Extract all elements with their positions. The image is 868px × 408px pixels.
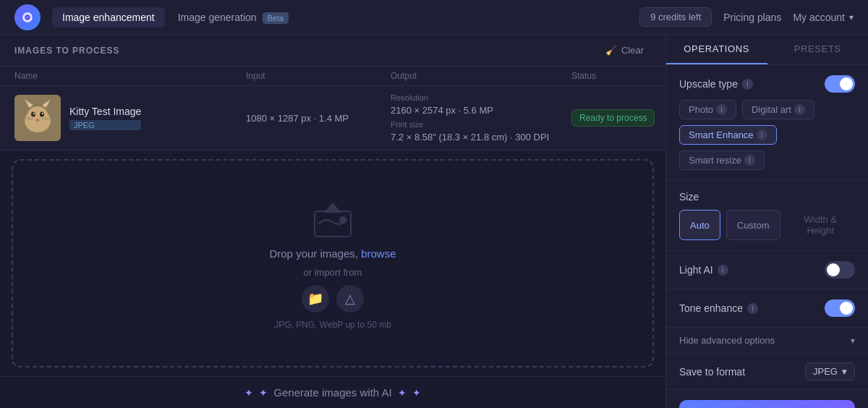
type-smart-resize-button[interactable]: Smart resize i <box>679 150 765 170</box>
file-types-label: JPG, PNG, WebP up to 50 mb <box>274 320 391 330</box>
svg-point-11 <box>33 113 35 114</box>
sparkle-icon-left: ✦ <box>244 387 253 399</box>
account-button[interactable]: My account ▾ <box>793 12 854 23</box>
chevron-down-icon: ▾ <box>849 12 854 22</box>
svg-point-10 <box>40 112 44 117</box>
svg-rect-18 <box>315 211 351 237</box>
clear-button[interactable]: 🧹 Clear <box>598 42 651 59</box>
upscale-type-section: Upscale type i Photo i Digital art i Sma… <box>666 65 868 181</box>
header-tabs: Image enhancement Image generation Beta <box>52 7 299 27</box>
broom-icon: 🧹 <box>605 45 617 56</box>
file-cell: Kitty Test Image JPEG <box>14 95 246 141</box>
col-output: Output <box>391 71 571 81</box>
pricing-link[interactable]: Pricing plans <box>723 12 781 23</box>
col-status: Status <box>571 71 665 81</box>
output-label: Resolution <box>391 93 571 102</box>
drive-icon: △ <box>345 291 355 307</box>
browse-link[interactable]: browse <box>361 247 396 260</box>
tab-presets[interactable]: PRESETS <box>767 35 869 64</box>
size-label: Size <box>679 191 699 203</box>
tab-operations[interactable]: OPERATIONS <box>666 35 767 64</box>
type-digital-art-button[interactable]: Digital art i <box>742 100 814 119</box>
svg-marker-19 <box>324 203 341 213</box>
file-thumbnail <box>14 95 61 141</box>
col-name: Name <box>14 71 246 81</box>
size-section: Size Auto Custom Width & Height <box>666 181 868 251</box>
svg-point-9 <box>31 112 35 117</box>
light-ai-toggle[interactable] <box>825 261 855 279</box>
upscale-type-row: Upscale type i <box>679 75 855 93</box>
output-size-label: Print size <box>391 120 571 129</box>
import-drive-button[interactable]: △ <box>336 285 364 313</box>
upscale-type-label: Upscale type i <box>679 78 753 90</box>
file-info: Kitty Test Image JPEG <box>69 106 141 130</box>
col-input: Input <box>246 71 391 81</box>
upscale-toggle[interactable] <box>825 75 855 93</box>
status-badge: Ready to process <box>571 109 655 127</box>
sparkle-icon-mid: ✦ <box>259 387 268 399</box>
images-bar: IMAGES TO PROCESS 🧹 Clear <box>0 35 665 67</box>
upload-icon <box>311 197 354 240</box>
drop-text: Drop your images, browse <box>269 247 396 260</box>
generate-text: Generate images with AI <box>273 386 391 399</box>
tab-image-generation[interactable]: Image generation Beta <box>168 7 299 27</box>
import-text: or import from <box>304 267 362 278</box>
light-ai-label: Light AI i <box>679 264 728 276</box>
upscale-info-icon[interactable]: i <box>742 79 753 90</box>
import-folder-button[interactable]: 📁 <box>302 285 329 313</box>
tone-enhance-toggle[interactable] <box>825 299 855 317</box>
format-chevron-icon: ▾ <box>842 366 847 377</box>
format-select[interactable]: JPEG ▾ <box>805 362 855 381</box>
svg-point-12 <box>42 113 43 114</box>
photo-info-icon[interactable]: i <box>716 104 727 115</box>
credits-badge: 9 credits left <box>639 7 712 27</box>
size-width-height-button[interactable]: Width & Height <box>786 210 855 240</box>
table: Name Input Output Status <box>0 67 665 150</box>
tone-enhance-section: Tone enhance i <box>666 289 868 328</box>
output-cell: Resolution 2160 × 2574 px · 5.6 MP Print… <box>391 93 571 143</box>
size-buttons: Auto Custom Width & Height <box>679 210 855 240</box>
output-print-size: 7.2 × 8.58" (18.3 × 21.8 cm) · 300 DPI <box>391 132 571 143</box>
start-processing-button[interactable]: Start processing <box>679 400 855 408</box>
tone-enhance-row: Tone enhance i <box>679 299 855 317</box>
tone-enhance-label: Tone enhance i <box>679 302 758 314</box>
sparkle-icon-right: ✦ <box>398 387 407 399</box>
main-content: IMAGES TO PROCESS 🧹 Clear Name Input Out… <box>0 35 868 408</box>
tone-enhance-info-icon[interactable]: i <box>747 303 758 314</box>
generate-banner[interactable]: ✦ ✦ Generate images with AI ✦ ✦ <box>0 376 665 408</box>
file-name: Kitty Test Image <box>69 106 141 117</box>
right-panel: OPERATIONS PRESETS Upscale type i Photo … <box>665 35 868 408</box>
digital-art-info-icon[interactable]: i <box>794 104 805 115</box>
type-smart-enhance-button[interactable]: Smart Enhance i <box>679 125 777 145</box>
status-cell: Ready to process <box>571 109 665 127</box>
save-format-row: Save to format JPEG ▾ <box>666 354 868 390</box>
beta-badge: Beta <box>263 12 289 24</box>
size-auto-button[interactable]: Auto <box>679 210 720 240</box>
tab-image-enhancement[interactable]: Image enhancement <box>52 7 165 27</box>
folder-icon: 📁 <box>307 291 323 307</box>
import-icons: 📁 △ <box>302 285 364 313</box>
advanced-options-row[interactable]: Hide advanced options ▾ <box>666 328 868 354</box>
sparkle-icon-far: ✦ <box>412 387 421 399</box>
light-ai-row: Light AI i <box>679 261 855 279</box>
images-bar-title: IMAGES TO PROCESS <box>14 46 598 56</box>
drop-zone[interactable]: Drop your images, browse or import from … <box>12 159 654 367</box>
size-row: Size <box>679 191 855 203</box>
smart-enhance-info-icon[interactable]: i <box>757 129 767 140</box>
smart-resize-info-icon[interactable]: i <box>744 155 755 166</box>
table-row: Kitty Test Image JPEG 1080 × 1287 px · 1… <box>0 86 665 150</box>
save-format-label: Save to format <box>679 366 745 378</box>
size-custom-button[interactable]: Custom <box>726 210 780 240</box>
file-format-badge: JPEG <box>69 120 141 130</box>
app-logo <box>14 4 41 30</box>
left-panel: IMAGES TO PROCESS 🧹 Clear Name Input Out… <box>0 35 665 408</box>
svg-point-1 <box>25 14 30 20</box>
table-header: Name Input Output Status <box>0 67 665 86</box>
advanced-options-label: Hide advanced options <box>679 335 846 346</box>
type-photo-button[interactable]: Photo i <box>679 100 736 119</box>
type-buttons: Photo i Digital art i Smart Enhance i Sm… <box>679 100 855 170</box>
light-ai-info-icon[interactable]: i <box>718 265 728 276</box>
input-cell: 1080 × 1287 px · 1.4 MP <box>246 113 391 124</box>
light-ai-section: Light AI i <box>666 251 868 289</box>
output-resolution: 2160 × 2574 px · 5.6 MP <box>391 105 571 116</box>
